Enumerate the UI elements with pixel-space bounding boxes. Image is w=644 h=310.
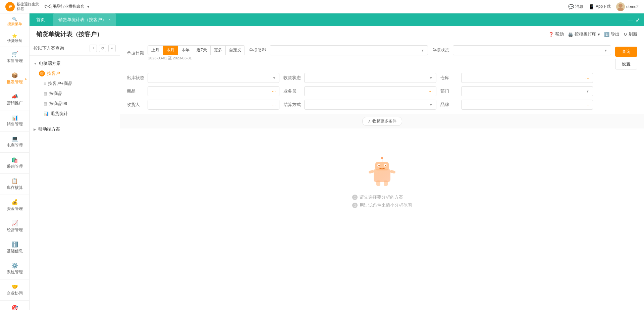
department-select[interactable]: ▼	[461, 86, 593, 96]
warehouse-select[interactable]: ···	[461, 73, 593, 83]
sidebar-item-tutorial[interactable]: 🎯 新手引导	[0, 301, 29, 310]
svg-point-7	[385, 165, 386, 166]
recipient-label: 收货人	[127, 102, 146, 108]
app-title: 办公用品行业模拟账套	[44, 4, 85, 9]
goods-select[interactable]: ···	[148, 86, 279, 96]
collapse-button[interactable]: ∧ 收起更多条件	[362, 117, 402, 126]
sidebar-item-system[interactable]: ⚙️ 系统管理	[0, 258, 29, 279]
brand-label: 品牌	[440, 102, 459, 108]
sidebar-item-marketing[interactable]: 📣 营销推广	[0, 89, 29, 110]
sidebar-item-enterprise[interactable]: 🤝 企业协同	[0, 279, 29, 301]
goods-label: 商品	[127, 88, 146, 94]
tutorial-icon: 🎯	[1, 305, 28, 310]
sidebar-item-basic-info[interactable]: ℹ️ 基础信息	[0, 237, 29, 258]
date-btn-thismonth[interactable]: 本月	[163, 46, 178, 55]
quicknav-icon: ⭐	[12, 34, 17, 38]
app-download-action[interactable]: 📱 App下载	[589, 4, 611, 9]
department-dropdown-arrow: ▼	[586, 90, 589, 93]
sidebar-item-finance[interactable]: 💰 资金管理	[0, 195, 29, 216]
app-title-dropdown[interactable]: ▾	[87, 4, 89, 9]
tab-minimize-button[interactable]: —	[628, 17, 633, 23]
collapse-bar: ∧ 收起更多条件	[120, 114, 644, 128]
header-right: 💬 消息 📱 App下载 demo2	[568, 2, 639, 11]
tab-active[interactable]: 销货单统计表（按客户） ×	[53, 13, 116, 26]
query-button[interactable]: 查询	[615, 47, 637, 57]
recipient-select[interactable]: ···	[148, 100, 279, 110]
message-icon: 💬	[568, 4, 574, 9]
print-button[interactable]: 🖨️ 按模板打印 ▾	[568, 31, 600, 37]
message-action[interactable]: 💬 消息	[568, 4, 583, 9]
desktop-section: ▼ 电脑端方案 按 按客户 ≡ 按客户+商品 ▦	[30, 56, 120, 121]
refresh-scheme-button[interactable]: ↻	[99, 45, 106, 52]
tree-item-customer-goods[interactable]: ≡ 按客户+商品	[30, 79, 120, 89]
tree-item-customer[interactable]: 按 按客户	[30, 68, 120, 79]
help-button[interactable]: ❓ 帮助	[548, 31, 564, 37]
date-btn-lastmonth[interactable]: 上月	[148, 46, 163, 55]
sidebar-item-purchase[interactable]: 🛍️ 采购管理	[0, 153, 29, 174]
date-btn-thisyear[interactable]: 本年	[178, 46, 193, 55]
salesperson-select[interactable]: ···	[304, 86, 436, 96]
tab-home[interactable]: 首页	[30, 13, 52, 26]
date-btn-custom[interactable]: 自定义	[226, 46, 245, 55]
settings-button[interactable]: 设置	[615, 59, 637, 69]
sidebar-item-operations[interactable]: 📈 经营管理	[0, 216, 29, 237]
payment-status-dropdown-arrow: ▼	[429, 76, 433, 80]
tree-item-return[interactable]: 📊 退货统计	[30, 109, 120, 119]
tree-sub-icon-1: ≡	[44, 81, 46, 86]
settlement-label: 结算方式	[283, 102, 302, 108]
stock-status-select[interactable]: ▼	[148, 73, 279, 83]
sidebar-item-sales[interactable]: 📊 销售管理	[0, 110, 29, 132]
panel-header-actions: + ↻ «	[90, 45, 116, 52]
payment-status-select[interactable]: ▼	[304, 73, 436, 83]
date-btn-more[interactable]: 更多	[211, 46, 226, 55]
order-status-select[interactable]: ▼	[453, 45, 611, 55]
avatar	[616, 2, 625, 11]
collapse-panel-button[interactable]: «	[108, 45, 116, 52]
desktop-section-header[interactable]: ▼ 电脑端方案	[30, 58, 120, 68]
header-left: 好 畅捷通好生意 标筱 办公用品行业模拟账套 ▾	[5, 2, 89, 11]
export-button[interactable]: ⬇️ 导出	[604, 31, 620, 37]
tree-item-goods[interactable]: ▦ 按商品	[30, 89, 120, 99]
sidebar-item-retail[interactable]: 🛒 零售管理	[0, 47, 29, 68]
date-btn-7days[interactable]: 近7天	[193, 46, 211, 55]
settlement-dropdown-arrow: ▼	[429, 103, 433, 107]
tree-item-goods99[interactable]: ▦ 按商品99	[30, 99, 120, 109]
empty-tip-2: ② 用过滤条件来缩小分析范围	[352, 202, 412, 208]
svg-point-6	[378, 165, 380, 166]
tab-label: 销货单统计表（按客户）	[58, 17, 106, 23]
warehouse-ellipsis: ···	[585, 75, 589, 81]
user-area[interactable]: demo2	[616, 2, 639, 11]
desktop-section-arrow: ▼	[34, 62, 37, 65]
empty-state: ① 请先选择要分析的方案 ② 用过滤条件来缩小分析范围	[120, 128, 644, 235]
sidebar: 🔍 搜索菜单 ⭐ 快捷导航 🛒 零售管理 📦 批发管理 📣 营销推广 📊 销售管…	[0, 13, 30, 310]
wholesale-icon: 📦	[1, 72, 28, 79]
mobile-section-header[interactable]: ▶ 移动端方案	[30, 124, 120, 134]
search-icon: 🔍	[12, 17, 17, 21]
collapse-icon: ∧	[368, 119, 371, 124]
add-scheme-button[interactable]: +	[90, 45, 97, 52]
mobile-section-arrow: ▶	[34, 127, 36, 131]
department-label: 部门	[440, 88, 459, 94]
top-header: 好 畅捷通好生意 标筱 办公用品行业模拟账套 ▾ 💬 消息 📱 App下载 de…	[0, 0, 644, 13]
logo-icon: 好	[5, 2, 15, 11]
order-type-select[interactable]: ▼	[270, 45, 428, 55]
marketing-icon: 📣	[1, 93, 28, 100]
sidebar-item-quicknav[interactable]: ⭐ 快捷导航	[0, 30, 29, 47]
filter-area: 单据日期 上月 本月 本年 近7天 更多 自定义	[120, 41, 644, 114]
date-label: 单据日期	[127, 50, 146, 56]
refresh-button[interactable]: ↻ 刷新	[624, 31, 637, 37]
finance-icon: 💰	[1, 199, 28, 205]
date-range: 2023-03-01 至 2023-03-31	[148, 56, 245, 61]
tree-item-customer-icon: 按	[39, 70, 45, 76]
inventory-icon: 📋	[1, 178, 28, 184]
tab-maximize-button[interactable]: ⤢	[636, 17, 640, 23]
sidebar-item-search[interactable]: 🔍 搜索菜单	[0, 13, 29, 30]
brand-select[interactable]: ···	[461, 100, 593, 110]
tab-close-button[interactable]: ×	[108, 17, 111, 22]
sidebar-item-inventory[interactable]: 📋 库存核算	[0, 174, 29, 195]
panel-header: 按以下方案查询 + ↻ «	[30, 41, 120, 56]
settlement-select[interactable]: ▼	[304, 100, 436, 110]
sidebar-item-wholesale[interactable]: 📦 批发管理	[0, 68, 29, 89]
sidebar-item-ecommerce[interactable]: 💻 电商管理	[0, 132, 29, 153]
goods-ellipsis: ···	[272, 89, 276, 94]
